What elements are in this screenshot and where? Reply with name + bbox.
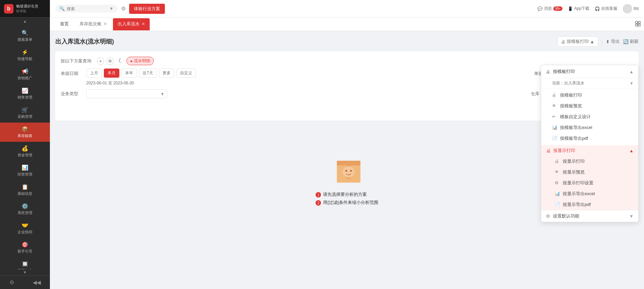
settings-gear-icon[interactable]: ⚙ xyxy=(121,5,126,12)
dropdown-display-section-header[interactable]: 🖨 按显示打印 ▲ xyxy=(541,145,638,156)
app-download-button[interactable]: 📱 App下载 xyxy=(568,6,589,11)
empty-text: 1 请先选择要分析的方案 2 用[过滤]条件来缩小分析范围 xyxy=(316,191,378,206)
date-btn-more[interactable]: 更多 xyxy=(159,69,174,78)
dropdown-display-preview[interactable]: 👁 按显示预览 xyxy=(541,167,638,178)
download-icon: 📱 xyxy=(568,6,573,11)
sidebar-item-marketing[interactable]: 📢 营销推广 xyxy=(0,65,50,84)
dropdown-display-pdf[interactable]: 📄 按显示导出pdf xyxy=(541,199,638,210)
messages-button[interactable]: 💬 消息 99+ xyxy=(537,6,562,11)
date-filter-options: 上月 本月 本年 近7天 更多 自定义 xyxy=(86,69,196,78)
sidebar-logo: b 畅捷通好生意 标准版 xyxy=(0,0,50,18)
sidebar-item-guide[interactable]: 🎯 新手引导 xyxy=(0,238,50,257)
sidebar-item-inventory[interactable]: 📦 库存核算 xyxy=(0,123,50,142)
svg-point-8 xyxy=(345,170,347,172)
sidebar-scroll-down[interactable]: ▼ xyxy=(23,270,27,275)
collab-icon: 🤝 xyxy=(22,222,28,229)
sidebar-item-collab[interactable]: 🤝 企业协同 xyxy=(0,219,50,238)
sidebar-item-label: 资金管理 xyxy=(18,153,32,158)
filter-active-tag[interactable]: ● 流水明细 xyxy=(126,57,154,65)
dropdown-footer-title: ⚙ 设置默认功能 xyxy=(546,213,579,219)
tab-home[interactable]: 首页 xyxy=(55,18,74,30)
template-excel-label: 按模板导出excel xyxy=(560,125,592,131)
search-input[interactable] xyxy=(67,6,107,11)
sidebar-scroll-up[interactable]: ▲ xyxy=(23,19,27,24)
dropdown-template-excel[interactable]: 📊 按模板导出excel xyxy=(541,122,638,133)
topbar-search-box[interactable]: 🔍 ▼ xyxy=(55,5,118,12)
date-btn-last7[interactable]: 近7天 xyxy=(139,69,157,78)
tab-home-label: 首页 xyxy=(60,21,69,27)
purchase-icon: 🛒 xyxy=(22,107,28,113)
settings-icon-footer: ⚙ xyxy=(546,213,550,219)
collapse-icon[interactable]: ◀◀ xyxy=(33,279,41,286)
dropdown-current-item[interactable]: 当前：出入库流水 ▼ xyxy=(541,78,638,88)
tab-batch-close-icon[interactable]: ✕ xyxy=(104,22,107,26)
sidebar-item-basic[interactable]: 📋 基础信息 xyxy=(0,180,50,200)
sidebar-item-search[interactable]: 🔍 搜索菜单 xyxy=(0,26,50,46)
print-button[interactable]: 🖨 按模板打印 ▲ xyxy=(557,36,598,47)
sidebar-item-system[interactable]: ⚙️ 系统管理 xyxy=(0,200,50,219)
tab-flow[interactable]: 出入库流水 ✕ xyxy=(113,18,150,30)
warehouse-label: 仓库 xyxy=(531,91,541,97)
settings-icon[interactable]: ⚙ xyxy=(9,279,14,286)
refresh-button[interactable]: 🔄 刷新 xyxy=(623,38,639,45)
tab-expand-icon[interactable] xyxy=(635,21,641,27)
sidebar-item-label: 系统管理 xyxy=(18,210,32,215)
filter-gear-button[interactable]: ⚙ xyxy=(106,57,114,65)
industry-solution-button[interactable]: 体验行业方案 xyxy=(129,4,165,14)
dropdown-template-pdf[interactable]: 📄 按模板导出pdf xyxy=(541,133,638,144)
empty-illustration xyxy=(330,152,364,186)
sidebar-item-label: 销售管理 xyxy=(18,95,32,100)
filter-collapse-button[interactable]: 《 xyxy=(116,57,121,64)
date-btn-last-month[interactable]: 上月 xyxy=(86,69,102,78)
dropdown-footer[interactable]: ⚙ 设置默认功能 ▼ xyxy=(541,210,638,222)
current-arrow-icon: ▼ xyxy=(630,81,634,86)
filter-row-scheme: 按以下方案查询 + ⚙ 《 ● 流水明细 xyxy=(61,57,633,65)
search-dropdown-icon[interactable]: ▼ xyxy=(109,6,114,11)
dropdown-collapse-icon[interactable]: ▲ xyxy=(629,69,634,74)
display-collapse-icon[interactable]: ▲ xyxy=(629,148,634,153)
empty-step-1: 1 请先选择要分析的方案 xyxy=(316,191,378,198)
business-type-select[interactable] xyxy=(86,89,167,98)
search-icon: 🔍 xyxy=(22,30,28,36)
step-1-text: 请先选择要分析的方案 xyxy=(323,191,367,198)
sidebar-item-apps[interactable]: 🔲 应用中心 xyxy=(0,257,50,269)
date-btn-custom[interactable]: 自定义 xyxy=(176,69,196,78)
filter-add-button[interactable]: + xyxy=(97,57,104,65)
app-download-label: App下载 xyxy=(574,6,589,11)
dropdown-header[interactable]: 🖨 按模板打印 ▲ xyxy=(541,65,638,78)
sidebar-item-purchase[interactable]: 🛒 采购管理 xyxy=(0,103,50,123)
dropdown-display-print[interactable]: 🖨 按显示打印 xyxy=(541,156,638,167)
date-btn-current-year[interactable]: 本年 xyxy=(121,69,137,78)
user-avatar-button[interactable]: Rit xyxy=(623,4,639,14)
sidebar-item-finance[interactable]: 💰 资金管理 xyxy=(0,142,50,161)
dropdown-template-print[interactable]: 🖨 按模板打印 xyxy=(541,90,638,101)
customer-service-label: 在线客服 xyxy=(601,6,617,11)
sidebar-item-sales[interactable]: 📈 销售管理 xyxy=(0,84,50,103)
print-dropdown-panel: 🖨 按模板打印 ▲ 当前：出入库流水 ▼ 🖨 按模板打印 👁 按模板预览 xyxy=(541,65,639,222)
display-excel-label: 按显示导出excel xyxy=(563,191,595,197)
dropdown-header-title: 🖨 按模板打印 xyxy=(546,69,575,75)
page-actions: 🖨 按模板打印 ▲ | ⬆ 导出 🔄 刷新 xyxy=(557,36,639,47)
excel-icon: 📊 xyxy=(552,125,557,130)
sidebar-item-label: 搜索菜单 xyxy=(18,37,32,42)
current-flow-label: 当前：出入库流水 xyxy=(552,80,584,86)
dropdown-display-settings[interactable]: ⚙ 按显示打印设置 xyxy=(541,178,638,188)
tab-batch[interactable]: 库存批次账 ✕ xyxy=(75,18,112,30)
export-button[interactable]: ⬆ 导出 xyxy=(606,38,620,45)
search-icon: 🔍 xyxy=(59,6,65,11)
empty-step-2: 2 用[过滤]条件来缩小分析范围 xyxy=(316,200,378,206)
sidebar-item-operations[interactable]: 📊 经营管理 xyxy=(0,161,50,180)
print-label: 按模板打印 xyxy=(567,38,589,45)
dropdown-display-excel[interactable]: 📊 按显示导出excel xyxy=(541,188,638,199)
dropdown-template-custom[interactable]: ✏ 模板自定义设计 xyxy=(541,111,638,122)
messages-label: 消息 xyxy=(544,6,552,11)
date-btn-current-month[interactable]: 本月 xyxy=(104,69,119,78)
tab-flow-close-icon[interactable]: ✕ xyxy=(142,22,145,26)
date-field-label: 单据日期 xyxy=(61,71,81,77)
sidebar-item-label: 新手引导 xyxy=(18,249,32,254)
messages-badge: 99+ xyxy=(553,6,562,11)
customer-service-button[interactable]: 🎧 在线客服 xyxy=(595,6,617,11)
dropdown-template-preview[interactable]: 👁 按模板预览 xyxy=(541,101,638,111)
tabbar: 首页 库存批次账 ✕ 出入库流水 ✕ xyxy=(50,18,644,31)
sidebar-item-quicknav[interactable]: ⚡ 快捷导航 xyxy=(0,46,50,65)
